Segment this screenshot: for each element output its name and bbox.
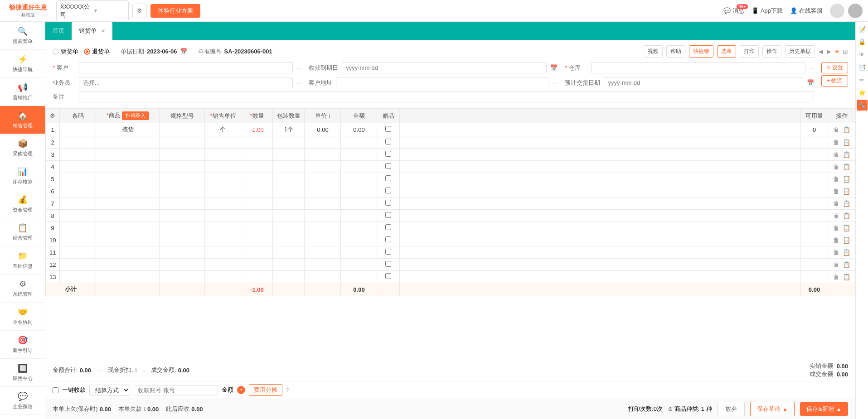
row-barcode-5[interactable] bbox=[60, 173, 96, 185]
copy-row-button-9[interactable]: 📋 bbox=[843, 224, 850, 231]
row-barcode-12[interactable] bbox=[60, 259, 96, 271]
sidebar-item-system[interactable]: ⚙ 系统管理 bbox=[0, 275, 45, 303]
help-button[interactable]: 帮助 bbox=[666, 45, 685, 58]
avatar[interactable] bbox=[830, 4, 844, 18]
product-input-5[interactable] bbox=[100, 176, 155, 183]
gift-checkbox-9[interactable] bbox=[385, 224, 391, 230]
copy-row-button-3[interactable]: 📋 bbox=[843, 151, 850, 158]
print-button[interactable]: 打印 bbox=[740, 45, 759, 58]
barcode-input-9[interactable] bbox=[63, 225, 92, 231]
sidebar-item-purchase[interactable]: 📦 采购管理 bbox=[0, 134, 45, 162]
gift-checkbox-7[interactable] bbox=[385, 200, 391, 206]
gift-checkbox-6[interactable] bbox=[385, 188, 391, 193]
settings-button[interactable]: ⚙ bbox=[132, 4, 147, 18]
warehouse-input[interactable]: 建材仓 bbox=[591, 62, 805, 73]
gift-checkbox-1[interactable] bbox=[385, 126, 391, 132]
video-button[interactable]: 视频 bbox=[644, 45, 663, 58]
operate-button[interactable]: 操作 bbox=[762, 45, 781, 58]
row-gift-1[interactable] bbox=[377, 123, 400, 136]
grid-view-icon[interactable]: ⊞ bbox=[843, 48, 848, 55]
delete-row-button-5[interactable]: 🗑 bbox=[833, 175, 839, 183]
row-barcode-13[interactable] bbox=[60, 271, 96, 283]
sidebar-item-apps[interactable]: 🔲 应用中心 bbox=[0, 359, 45, 387]
product-input-6[interactable] bbox=[100, 188, 155, 195]
row-gift-3[interactable] bbox=[377, 149, 400, 161]
expected-date-input[interactable] bbox=[604, 77, 803, 88]
right-panel-eye-button[interactable]: 👁 bbox=[857, 49, 868, 60]
delete-row-button-10[interactable]: 🗑 bbox=[833, 236, 839, 244]
row-barcode-2[interactable] bbox=[60, 136, 96, 149]
payment-account-input[interactable] bbox=[134, 385, 218, 395]
sidebar-item-search[interactable]: 🔍 搜索菜单 bbox=[0, 22, 45, 50]
product-input-12[interactable] bbox=[100, 261, 155, 268]
row-product-2[interactable] bbox=[96, 136, 160, 149]
row-gift-8[interactable] bbox=[377, 210, 400, 222]
row-product-1[interactable]: 拣货 bbox=[96, 123, 160, 136]
product-input-8[interactable] bbox=[100, 212, 155, 219]
payment-calendar-icon[interactable]: 📅 bbox=[550, 64, 558, 71]
discard-button[interactable]: 放弃 bbox=[718, 402, 745, 416]
delete-row-button-12[interactable]: 🗑 bbox=[833, 261, 839, 268]
copy-row-button-2[interactable]: 📋 bbox=[843, 139, 850, 146]
sidebar-item-collab[interactable]: 🤝 企业协同 bbox=[0, 303, 45, 331]
sidebar-item-sales[interactable]: 🏠 销售管理 bbox=[0, 106, 45, 134]
delete-row-button-9[interactable]: 🗑 bbox=[833, 224, 839, 231]
row-gift-2[interactable] bbox=[377, 136, 400, 149]
payment-method-select[interactable]: 结算方式 bbox=[89, 385, 130, 396]
barcode-input-3[interactable] bbox=[63, 151, 92, 158]
sidebar-item-member[interactable]: V 畅会员 bbox=[0, 415, 45, 419]
next-icon[interactable]: ▶ bbox=[827, 48, 831, 55]
app-download-button[interactable]: 📱 App下载 bbox=[752, 7, 783, 15]
copy-row-button-5[interactable]: 📋 bbox=[843, 175, 850, 183]
address-dots-button[interactable]: ··· bbox=[553, 79, 558, 86]
copy-row-button-7[interactable]: 📋 bbox=[843, 200, 850, 207]
tab-close-icon[interactable]: ✕ bbox=[101, 28, 105, 34]
copy-row-button-10[interactable]: 📋 bbox=[843, 236, 850, 244]
shortcut-button[interactable]: 快捷键 bbox=[689, 45, 713, 58]
copy-row-button-6[interactable]: 📋 bbox=[843, 188, 850, 195]
right-panel-notes-button[interactable]: 📝 bbox=[857, 24, 868, 34]
product-input-2[interactable] bbox=[100, 139, 155, 146]
delete-row-button-3[interactable]: 🗑 bbox=[833, 151, 839, 158]
history-button[interactable]: 历史单据 bbox=[785, 45, 815, 58]
barcode-input-13[interactable] bbox=[63, 274, 92, 280]
price-help-icon[interactable]: ℹ bbox=[329, 113, 330, 119]
delete-row-button-8[interactable]: 🗑 bbox=[833, 212, 839, 219]
row-gift-11[interactable] bbox=[377, 246, 400, 259]
row-product-4[interactable] bbox=[96, 161, 160, 173]
right-panel-doc-button[interactable]: 📑 bbox=[857, 62, 868, 72]
payment-date-input[interactable] bbox=[342, 62, 547, 73]
row-barcode-6[interactable] bbox=[60, 185, 96, 197]
row-qty-1[interactable]: -1.00 bbox=[241, 123, 273, 136]
gift-checkbox-3[interactable] bbox=[385, 151, 391, 157]
row-gift-12[interactable] bbox=[377, 259, 400, 271]
sidebar-item-marketing[interactable]: 📢 营销推广 bbox=[0, 78, 45, 106]
barcode-input-11[interactable] bbox=[63, 249, 92, 256]
row-product-3[interactable] bbox=[96, 149, 160, 161]
barcode-input-2[interactable] bbox=[63, 139, 92, 146]
tab-home[interactable]: 首页 bbox=[45, 22, 72, 40]
gift-checkbox-13[interactable] bbox=[385, 273, 391, 279]
sidebar-item-operations[interactable]: 📋 经营管理 bbox=[0, 218, 45, 246]
product-input-10[interactable] bbox=[100, 237, 155, 244]
gift-checkbox-12[interactable] bbox=[385, 261, 391, 267]
remarks-input[interactable] bbox=[79, 91, 814, 102]
row-barcode-8[interactable] bbox=[60, 210, 96, 222]
doc-settings-button[interactable]: ⊙ 设置 bbox=[821, 62, 848, 73]
right-panel-star-button[interactable]: ⭐ bbox=[857, 87, 868, 98]
row-gift-9[interactable] bbox=[377, 222, 400, 234]
row-product-5[interactable] bbox=[96, 173, 160, 185]
doc-date-value[interactable]: 2023-06-06 bbox=[147, 48, 177, 55]
row-gift-6[interactable] bbox=[377, 185, 400, 197]
gift-checkbox-2[interactable] bbox=[385, 139, 391, 144]
select-button[interactable]: 选单 bbox=[717, 45, 736, 58]
row-gift-5[interactable] bbox=[377, 173, 400, 185]
gift-checkbox-11[interactable] bbox=[385, 249, 391, 255]
row-barcode-3[interactable] bbox=[60, 149, 96, 161]
expense-split-button[interactable]: 费用分摊 bbox=[249, 384, 282, 396]
row-barcode-7[interactable] bbox=[60, 197, 96, 210]
copy-row-button-11[interactable]: 📋 bbox=[843, 249, 850, 256]
customer-address-input[interactable] bbox=[336, 77, 549, 88]
row-product-10[interactable] bbox=[96, 234, 160, 246]
salesperson-dots-button[interactable]: ··· bbox=[296, 79, 301, 86]
